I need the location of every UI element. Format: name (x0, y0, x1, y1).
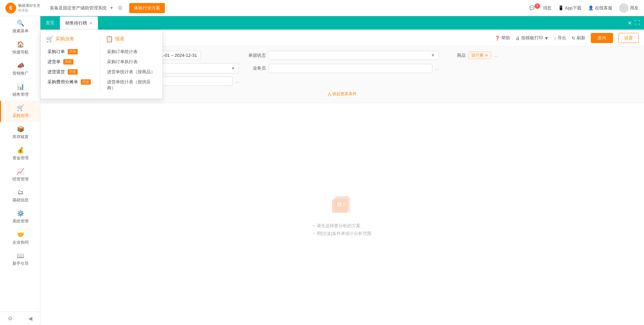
history-badge-2: 历史 (68, 69, 78, 75)
industry-btn[interactable]: 体验行业方案 (129, 3, 165, 13)
tab-close-btn[interactable]: ✕ (628, 20, 632, 26)
menu-item-report-0[interactable]: 采购订单统计表 (106, 47, 157, 57)
settings-btn[interactable]: 设置 (618, 33, 639, 43)
message-icon: 💬 (529, 5, 535, 10)
sidebar-item-basic[interactable]: 🗂 基础信息 (0, 186, 40, 206)
notification-item[interactable]: 💬 9 消息 (529, 5, 551, 11)
sidebar-item-business[interactable]: 📈 经营管理 (0, 164, 40, 186)
sidebar: 🔍 搜索菜单 🏠 快捷导航 📣 营销推广 📊 销售管理 🛒 采购管理 📦 库存核… (0, 16, 40, 325)
sidebar-item-inventory[interactable]: 📦 库存核算 (0, 122, 40, 143)
print-icon: 🖨 (515, 36, 520, 41)
product-filter: 商品 设计素 ✕ ... (445, 51, 639, 59)
product-dots[interactable]: ... (494, 53, 498, 58)
dropdown-menu: 🛒 采购业务 采购订单 历史 进货单 历史 进货退货 历史 采购费用分摊单 历史… (40, 30, 163, 99)
tab-close-icon[interactable]: ✕ (89, 21, 93, 26)
sidebar-item-finance[interactable]: 💰 资金管理 (0, 143, 40, 164)
sidebar-item-nav[interactable]: 🏠 快捷导航 (0, 37, 40, 58)
help-btn[interactable]: ❓ 帮助 (495, 35, 510, 41)
sidebar-label-purchase: 采购管理 (12, 113, 29, 119)
sidebar-item-cooperation[interactable]: 🤝 企业协同 (0, 228, 40, 249)
notification-badge: 9 (535, 3, 540, 9)
sidebar-settings-btn[interactable]: ⚙ (8, 315, 12, 322)
query-btn[interactable]: 查询 (591, 33, 613, 43)
help-label: 帮助 (501, 35, 510, 41)
phone-icon: 📱 (558, 5, 564, 10)
menu-item-purchase-return[interactable]: 进货退货 历史 (46, 67, 97, 77)
menu-item-report-3[interactable]: 进货单统计表（按供应商） (106, 77, 157, 93)
header-right: 💬 9 消息 📱 App下载 👤 在线客服 用友 (529, 3, 639, 13)
app-download-item[interactable]: 📱 App下载 (558, 5, 581, 11)
tab-expand-btn[interactable]: ⛶ (635, 20, 640, 26)
salesman-input[interactable] (269, 64, 432, 73)
salesman-dots[interactable]: ... (435, 66, 439, 71)
print-btn[interactable]: 🖨 按模板打印 ▼ (515, 35, 549, 41)
report-label-2: 进货单统计表（按商品） (107, 69, 155, 75)
product-tag: 设计素 ✕ (468, 51, 491, 59)
menu-header-report-label: 报表 (115, 36, 124, 42)
logo-icon: 6 (5, 3, 16, 13)
sidebar-label-basic: 基础信息 (12, 197, 29, 203)
menu-item-report-2[interactable]: 进货单统计表（按商品） (106, 67, 157, 77)
export-icon: ↑ (554, 36, 557, 41)
guide-icon: 📖 (17, 252, 24, 259)
user-item[interactable]: 用友 (619, 3, 639, 13)
collapse-label: 收起更多条件 (332, 91, 357, 97)
sidebar-bottom: ⚙ ◀ (0, 312, 40, 325)
tab-sales-rank[interactable]: 销售排行榜 ✕ (60, 16, 98, 30)
online-service-label: 在线客服 (595, 5, 612, 11)
system-title-dropdown[interactable]: ▼ (109, 5, 114, 10)
system-settings-icon[interactable]: ⚙ (118, 5, 122, 11)
menu-item-purchase-expense[interactable]: 采购费用分摊单 历史 (46, 77, 97, 87)
sidebar-item-guide[interactable]: 📖 新手引导 (0, 249, 40, 270)
empty-icon (329, 191, 356, 218)
system-title: 装备及固定资产辅助管理系统 ▼ ⚙ 体验行业方案 (50, 3, 529, 13)
menu-item-purchase-receipt[interactable]: 进货单 历史 (46, 57, 97, 67)
avatar (619, 3, 629, 13)
system-title-text: 装备及固定资产辅助管理系统 (50, 5, 107, 11)
rank-item-arrow: ▼ (231, 66, 235, 71)
message-label: 消息 (543, 5, 551, 11)
logo-line1: 畅捷通好生意 (18, 3, 40, 8)
refresh-icon: ↻ (572, 36, 575, 41)
print-dropdown-icon[interactable]: ▼ (544, 36, 549, 41)
sidebar-item-sales[interactable]: 📊 销售管理 (0, 80, 40, 101)
product-tag-close[interactable]: ✕ (485, 53, 488, 58)
voucher-status-input[interactable]: ▼ (269, 51, 439, 60)
customer-dots[interactable]: ... (235, 79, 239, 84)
export-btn[interactable]: ↑ 导出 (554, 35, 567, 41)
purchase-icon: 🛒 (17, 104, 24, 112)
sidebar-item-search[interactable]: 🔍 搜索菜单 (0, 16, 40, 37)
refresh-btn[interactable]: ↻ 刷新 (572, 35, 585, 41)
sidebar-item-system[interactable]: ⚙️ 系统管理 (0, 206, 40, 228)
sidebar-item-marketing[interactable]: 📣 营销推广 (0, 58, 40, 80)
history-badge-0: 历史 (68, 49, 78, 54)
cooperation-icon: 🤝 (17, 231, 24, 238)
report-label-3: 进货单统计表（按供应商） (107, 79, 155, 91)
purchase-expense-label: 采购费用分摊单 (47, 79, 78, 85)
sidebar-label-finance: 资金管理 (12, 155, 29, 161)
user-name: 用友 (630, 5, 639, 11)
sidebar-item-purchase[interactable]: 🛒 采购管理 (0, 101, 40, 122)
empty-tip-1: 请先选择要分析的方案 (313, 222, 371, 230)
export-label: 导出 (558, 35, 566, 41)
sidebar-label-cooperation: 企业协同 (12, 240, 29, 245)
tab-home[interactable]: 首页 (40, 16, 60, 30)
menu-item-purchase-order[interactable]: 采购订单 历史 (46, 47, 97, 57)
sidebar-collapse-btn[interactable]: ◀ (28, 315, 32, 322)
refresh-label: 刷新 (577, 35, 585, 41)
logo-line2: 标准版 (18, 8, 40, 13)
empty-tip-2: 用[过滤]条件来缩小分析范围 (313, 230, 371, 237)
finance-icon: 💰 (17, 147, 24, 154)
history-badge-1: 历史 (63, 59, 73, 65)
menu-item-report-1[interactable]: 采购订单执行表 (106, 57, 157, 67)
sales-icon: 📊 (17, 83, 24, 90)
search-icon: 🔍 (17, 19, 24, 27)
menu-header-report: 📋 报表 (106, 35, 157, 43)
help-icon: ❓ (495, 36, 500, 41)
svg-point-4 (338, 203, 341, 205)
tab-home-label: 首页 (46, 20, 55, 26)
purchase-return-label: 进货退货 (47, 69, 65, 75)
business-icon: 📈 (17, 168, 24, 175)
online-service-item[interactable]: 👤 在线客服 (588, 5, 612, 11)
marketing-icon: 📣 (17, 62, 24, 69)
